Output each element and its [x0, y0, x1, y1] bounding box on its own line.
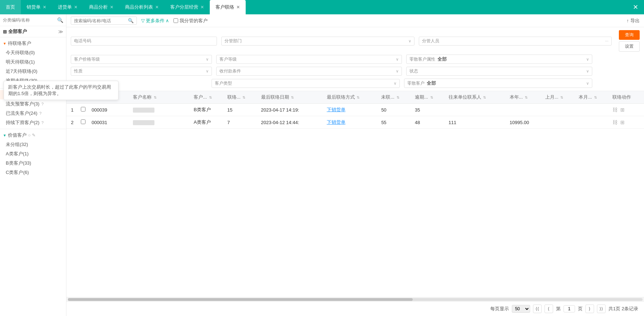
nav-sales[interactable]: 销货单 ✕ [21, 0, 52, 14]
horizontal-scrollbar[interactable] [66, 297, 644, 301]
nav-analysis[interactable]: 商品分析 ✕ [83, 0, 119, 14]
sidebar-item-b-class[interactable]: B类客户(33) [0, 159, 66, 168]
sort-last-month-icon[interactable]: ⇅ [560, 95, 563, 99]
close-sales-icon[interactable]: ✕ [43, 5, 46, 10]
prev-page-button[interactable]: ⟨ [545, 305, 553, 313]
tooltip-box: 距客户上次交易时长，超过了此客户的平均交易周期的1.5倍，则视为异常。 [4, 81, 119, 100]
sort-overdue-icon[interactable]: ⇅ [430, 95, 433, 99]
sidebar-item-lost-pending[interactable]: 流失预警客户(3) ? [0, 99, 66, 109]
nav-home[interactable]: 首页 [0, 0, 21, 14]
value-customers-header[interactable]: ▼ 价值客户 ○ ✎ [0, 131, 66, 140]
my-customers-checkbox[interactable] [173, 18, 178, 23]
per-page-select[interactable]: 501020100 [512, 305, 530, 313]
cell-this-month [576, 116, 610, 129]
scrollbar-thumb[interactable] [68, 298, 413, 301]
last-contact-method-link[interactable]: 下销货单 [327, 107, 346, 112]
sort-category-icon[interactable]: ⇅ [209, 95, 212, 99]
sidebar-item-7days[interactable]: 近7天待联络(0) [0, 67, 66, 76]
dept-field[interactable]: 分管部门 ∨ [221, 37, 414, 46]
th-overdue: 逾期... ⇅ [412, 91, 446, 104]
retail-attr-field[interactable]: 零散客户属性 全部 ∨ [406, 55, 592, 64]
cell-code: 000039 [89, 104, 130, 116]
sort-unit-contact-icon[interactable]: ⇅ [483, 95, 486, 99]
sort-this-month-icon[interactable]: ⇅ [594, 95, 597, 99]
action-more-icon[interactable]: ⊞ [620, 119, 625, 125]
sort-date-icon[interactable]: ⇅ [291, 95, 294, 99]
sidebar-item-continuous-down[interactable]: 持续下滑客户(2) ? [0, 118, 66, 127]
last-page-button[interactable]: ⟩⟩ [597, 305, 606, 313]
pending-contact-header[interactable]: ▼ 待联络客户 [0, 39, 66, 48]
close-customer-contact-icon[interactable]: ✕ [236, 5, 240, 10]
sidebar-item-already-lost[interactable]: 已流失客户(24) ? [0, 109, 66, 118]
grid-icon: ⊞ [3, 29, 7, 34]
first-page-button[interactable]: ⟨⟨ [533, 305, 542, 313]
payment-field[interactable]: 收付款条件 ∨ [216, 67, 402, 76]
export-button[interactable]: ↑ 导出 [627, 18, 640, 24]
cell-code: 000031 [89, 116, 130, 129]
row-checkbox[interactable] [81, 119, 85, 124]
th-last-contact-date: 最后联络日期 ⇅ [258, 91, 324, 104]
collapse-icon[interactable]: ≫ [58, 29, 63, 34]
sort-this-year-icon[interactable]: ⇅ [525, 95, 528, 99]
main-search-input[interactable] [74, 18, 128, 23]
cell-last-month [542, 116, 576, 129]
nav-customer-segment[interactable]: 客户分层经营 ✕ [165, 0, 210, 14]
cell-category: A类客户 [191, 116, 224, 129]
sort-method-icon[interactable]: ⇅ [357, 95, 360, 99]
filter-bar: 🔍 ▽ 更多条件 ∧ 我分管的客户 ↑ 导出 [66, 14, 644, 27]
retail-customer-field[interactable]: 零散客户 全部 ∨ [404, 79, 592, 88]
nav-customer-contact[interactable]: 客户联络 ✕ [210, 0, 246, 14]
triangle-down-icon: ▼ [3, 42, 6, 46]
nav-analysis-list[interactable]: 商品分析列表 ✕ [119, 0, 165, 14]
action-link-icon[interactable]: ⛓ [612, 107, 617, 113]
action-buttons: 查询 设置 [619, 30, 640, 52]
sidebar-item-c-class[interactable]: C类客户(6) [0, 168, 66, 177]
manager-field[interactable]: 分管人员 ··· [419, 37, 612, 46]
last-contact-method-link[interactable]: 下销货单 [327, 119, 346, 125]
page-number-input[interactable] [564, 305, 575, 312]
th-no-contact: 未联... ⇅ [378, 91, 412, 104]
sidebar-item-a-class[interactable]: A类客户(1) [0, 149, 66, 159]
status-field[interactable]: 状态 ∨ [406, 67, 592, 76]
manager-more-icon: ··· [605, 39, 608, 43]
price-grade-field[interactable]: 客户价格等级 ∨ [71, 55, 212, 64]
row-checkbox[interactable] [81, 107, 85, 112]
close-customer-segment-icon[interactable]: ✕ [200, 5, 204, 10]
next-page-button[interactable]: ⟩ [585, 305, 594, 313]
retail-customer-chevron-icon: ∨ [586, 81, 589, 86]
th-unit-contact: 往来单位联系人 ⇅ [446, 91, 507, 104]
settings-button[interactable]: 设置 [619, 41, 640, 52]
action-more-icon[interactable]: ⊞ [620, 107, 625, 113]
main-layout: 🔍 ⊞ 全部客户 ≫ ▼ 待联络客户 今天待联络(0) 明天待联络(1) 近7天… [0, 14, 644, 316]
sidebar-item-today[interactable]: 今天待联络(0) [0, 48, 66, 57]
all-customers-header: ⊞ 全部客户 ≫ [0, 26, 66, 37]
cell-action: ⛓ ⊞ [610, 104, 644, 116]
nav-purchase[interactable]: 进货单 ✕ [52, 0, 83, 14]
phone-field[interactable]: 电话号码 [71, 37, 217, 46]
sidebar-item-unclassified[interactable]: 未分组(32) [0, 140, 66, 149]
cell-last-contact-date: 2023-04-12 14:44: [258, 116, 324, 129]
sort-no-contact-icon[interactable]: ⇅ [397, 95, 399, 99]
sort-contact-icon[interactable]: ⇅ [242, 95, 245, 99]
gender-field[interactable]: 性质 ∨ [71, 67, 212, 76]
cell-unit-contact [446, 104, 507, 116]
export-icon: ↑ [627, 18, 629, 23]
customer-grade-field[interactable]: 客户等级 ∨ [216, 55, 402, 64]
more-conditions-btn[interactable]: ▽ 更多条件 ∧ [141, 18, 169, 24]
app-close-button[interactable]: ✕ [633, 3, 644, 11]
sidebar-search-input[interactable] [3, 18, 57, 23]
query-button[interactable]: 查询 [619, 30, 640, 40]
phone-input[interactable] [93, 38, 214, 43]
edit-icon[interactable]: ✎ [32, 133, 36, 138]
customer-table-container: ⚙ 客户编码 ⇅ 客户名称 ⇅ [66, 91, 644, 297]
sidebar-item-tomorrow[interactable]: 明天待联络(1) [0, 57, 66, 67]
action-link-icon[interactable]: ⛓ [612, 119, 617, 125]
close-purchase-icon[interactable]: ✕ [74, 5, 78, 10]
th-this-year: 本年... ⇅ [507, 91, 542, 104]
cell-checkbox [78, 104, 89, 116]
customer-type-field[interactable]: 客户类型 ∨ [212, 79, 400, 88]
cell-name [130, 104, 191, 116]
close-analysis-icon[interactable]: ✕ [110, 5, 113, 10]
sort-name-icon[interactable]: ⇅ [154, 95, 157, 99]
close-analysis-list-icon[interactable]: ✕ [155, 5, 159, 10]
